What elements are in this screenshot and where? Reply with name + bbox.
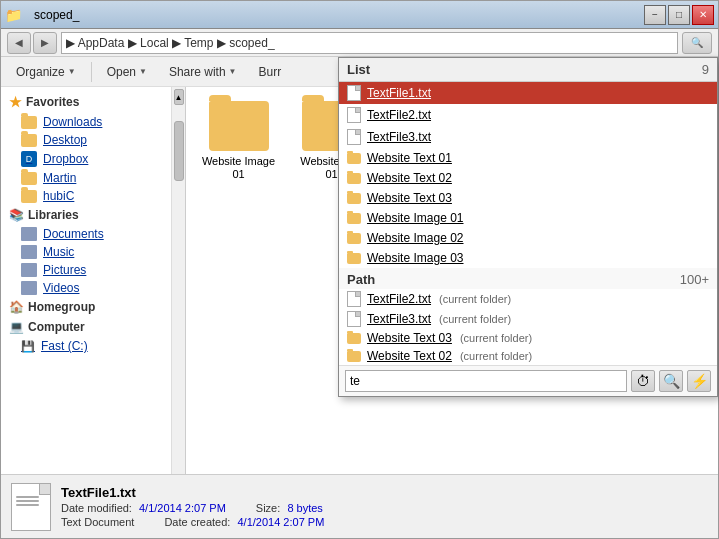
computer-label: Computer <box>28 320 85 334</box>
favorites-label: Favorites <box>26 95 79 109</box>
autocomplete-dropdown: List 9 TextFile1.txt TextFile2.txt TextF… <box>338 57 718 397</box>
libraries-header[interactable]: 📚 Libraries <box>1 205 171 225</box>
burn-button[interactable]: Burr <box>250 60 291 84</box>
ac-item-name-wi03: Website Image 03 <box>367 251 464 265</box>
folder-icon <box>21 116 37 129</box>
size-value: 8 bytes <box>287 502 322 514</box>
toolbar-sep-1 <box>91 62 92 82</box>
ac-item-textfile2[interactable]: TextFile2.txt <box>339 104 717 126</box>
sidebar-item-dropbox[interactable]: D Dropbox <box>1 149 171 169</box>
status-file-line <box>16 496 39 498</box>
folder-icon <box>21 190 37 203</box>
ac-item-website-image-02[interactable]: Website Image 02 <box>339 228 717 248</box>
ac-search-lightning-btn[interactable]: ⚡ <box>687 370 711 392</box>
ac-folder-icon <box>347 351 361 362</box>
sidebar-drive-label: Fast (C:) <box>41 339 88 353</box>
ac-item-website-text-01[interactable]: Website Text 01 <box>339 148 717 168</box>
ac-list-count: 9 <box>702 62 709 77</box>
ac-path-item-website-text-02[interactable]: Website Text 02 (current folder) <box>339 347 717 365</box>
status-file-icon <box>11 483 51 531</box>
sidebar-item-videos[interactable]: Videos <box>1 279 171 297</box>
created-value: 4/1/2014 2:07 PM <box>237 516 324 528</box>
title-bar: 📁 scoped_ − □ ✕ <box>1 1 718 29</box>
ac-path-name-wt02: Website Text 02 <box>367 349 452 363</box>
sidebar-item-downloads[interactable]: Downloads <box>1 113 171 131</box>
ac-folder-icon <box>347 173 361 184</box>
star-icon: ★ <box>9 94 22 110</box>
ac-item-website-image-01[interactable]: Website Image 01 <box>339 208 717 228</box>
ac-path-header: Path 100+ <box>339 268 717 289</box>
sidebar-item-martin[interactable]: Martin <box>1 169 171 187</box>
ac-path-title: Path <box>347 272 375 287</box>
close-button[interactable]: ✕ <box>692 5 714 25</box>
folder-icon <box>21 172 37 185</box>
ac-path-item-textfile3[interactable]: TextFile3.txt (current folder) <box>339 309 717 329</box>
ac-item-textfile3[interactable]: TextFile3.txt <box>339 126 717 148</box>
sidebar-music-label: Music <box>43 245 74 259</box>
ac-item-name-wt03: Website Text 03 <box>367 191 452 205</box>
open-button[interactable]: Open ▼ <box>98 60 156 84</box>
ac-folder-icon <box>347 333 361 344</box>
dropbox-icon: D <box>21 151 37 167</box>
computer-header[interactable]: 💻 Computer <box>1 317 171 337</box>
search-address-button[interactable]: 🔍 <box>682 32 712 54</box>
sidebar-item-drive[interactable]: 💾 Fast (C:) <box>1 337 171 355</box>
scrollbar-thumb[interactable] <box>174 121 184 181</box>
ac-search-input[interactable] <box>345 370 627 392</box>
ac-item-website-text-03[interactable]: Website Text 03 <box>339 188 717 208</box>
ac-item-name-textfile2: TextFile2.txt <box>367 108 431 122</box>
ac-txt-icon <box>347 291 361 307</box>
back-button[interactable]: ◀ <box>7 32 31 54</box>
minimize-button[interactable]: − <box>644 5 666 25</box>
status-file-lines <box>16 496 39 508</box>
sidebar-item-pictures[interactable]: Pictures <box>1 261 171 279</box>
share-button[interactable]: Share with ▼ <box>160 60 246 84</box>
status-bar: TextFile1.txt Date modified: 4/1/2014 2:… <box>1 474 718 538</box>
ac-item-website-image-03[interactable]: Website Image 03 <box>339 248 717 268</box>
ac-item-website-text-02[interactable]: Website Text 02 <box>339 168 717 188</box>
status-filename: TextFile1.txt <box>61 485 324 500</box>
favorites-header[interactable]: ★ Favorites <box>1 91 171 113</box>
sidebar-item-desktop[interactable]: Desktop <box>1 131 171 149</box>
ac-txt-icon <box>347 311 361 327</box>
ac-txt-icon <box>347 129 361 145</box>
address-path[interactable]: ▶ AppData ▶ Local ▶ Temp ▶ scoped_ <box>61 32 678 54</box>
scroll-up-arrow[interactable]: ▲ <box>174 89 184 105</box>
drive-icon: 💾 <box>21 340 35 353</box>
library-icon: 📚 <box>9 208 24 222</box>
ac-list-title: List <box>347 62 370 77</box>
ac-item-textfile1[interactable]: TextFile1.txt <box>339 82 717 104</box>
ac-search-bar: ⏱ 🔍 ⚡ <box>339 365 717 396</box>
sidebar-item-hubic[interactable]: hubiC <box>1 187 171 205</box>
created-label-group: Date created: 4/1/2014 2:07 PM <box>164 516 324 528</box>
ac-path-folder-wt03: (current folder) <box>460 332 532 344</box>
pictures-icon <box>21 263 37 277</box>
file-item-website-image-01[interactable]: Website Image 01 <box>196 97 281 185</box>
status-row-2: Text Document Date created: 4/1/2014 2:0… <box>61 516 324 528</box>
ac-path-name-tf3: TextFile3.txt <box>367 312 431 326</box>
organize-label: Organize <box>16 65 65 79</box>
sidebar-documents-label: Documents <box>43 227 104 241</box>
sidebar-scrollbar[interactable]: ▲ <box>171 87 185 474</box>
ac-path-count: 100+ <box>680 272 709 287</box>
organize-button[interactable]: Organize ▼ <box>7 60 85 84</box>
status-file-line <box>16 500 39 502</box>
ac-item-name-wi02: Website Image 02 <box>367 231 464 245</box>
homegroup-label: Homegroup <box>28 300 95 314</box>
ac-search-history-btn[interactable]: ⏱ <box>631 370 655 392</box>
homegroup-header[interactable]: 🏠 Homegroup <box>1 297 171 317</box>
computer-icon: 💻 <box>9 320 24 334</box>
ac-path-folder-tf3: (current folder) <box>439 313 511 325</box>
ac-path-folder-tf2: (current folder) <box>439 293 511 305</box>
ac-search-web-btn[interactable]: 🔍 <box>659 370 683 392</box>
music-icon <box>21 245 37 259</box>
ac-path-item-textfile2[interactable]: TextFile2.txt (current folder) <box>339 289 717 309</box>
title-bar-buttons: − □ ✕ <box>644 5 714 25</box>
maximize-button[interactable]: □ <box>668 5 690 25</box>
forward-button[interactable]: ▶ <box>33 32 57 54</box>
ac-item-name-wt02: Website Text 02 <box>367 171 452 185</box>
sidebar-item-documents[interactable]: Documents <box>1 225 171 243</box>
large-folder-icon <box>209 101 269 151</box>
ac-path-item-website-text-03[interactable]: Website Text 03 (current folder) <box>339 329 717 347</box>
sidebar-item-music[interactable]: Music <box>1 243 171 261</box>
